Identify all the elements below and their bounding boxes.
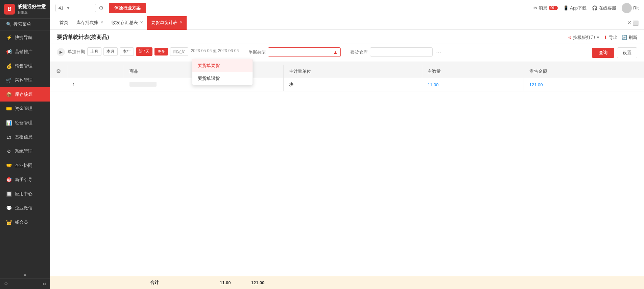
query-button[interactable]: 查询 [592, 48, 614, 58]
table-settings-icon[interactable]: ⚙ [56, 68, 61, 74]
sidebar-item-operations[interactable]: 📊 经营管理 [0, 116, 50, 130]
store-selector[interactable]: 41 ▼ [55, 4, 96, 12]
footer-label: 合计 [150, 280, 159, 286]
collapse-icon[interactable]: ⏮ [42, 281, 46, 286]
th-settings[interactable]: ⚙ [50, 65, 67, 78]
warehouse-filter-label: 要货仓库 [350, 49, 368, 55]
type-filter-group: 单据类型 ▲ [248, 47, 341, 57]
search-menu[interactable]: 🔍 搜索菜单 [0, 19, 50, 30]
date-last-month-btn[interactable]: 上月 [87, 47, 101, 56]
header-right: ✉ 消息 99+ 📱 App下载 🎧 在线客服 Rit [533, 3, 639, 13]
filter-bar: ▶ 单据日期 上月 本月 本年 近7天 更多 自定义 2023-05-06 至 … [50, 44, 644, 62]
tab-order-stats-close[interactable]: ✕ [180, 21, 183, 24]
page-actions: 🖨 按模板打印 ▼ ⬇ 导出 🔄 刷新 [567, 35, 637, 41]
enterprise-icon: 🤝 [5, 162, 12, 169]
th-index [67, 65, 124, 78]
tab-order-stats[interactable]: 要货单统计表 ✕ [147, 16, 187, 30]
sidebar-item-guide[interactable]: 🎯 新手引导 [0, 173, 50, 187]
sidebar-item-enterprise[interactable]: 🤝 企业协同 [0, 158, 50, 173]
sidebar-item-marketing[interactable]: 📢 营销推广 [0, 45, 50, 59]
date-custom-btn[interactable]: 自定义 [170, 47, 188, 56]
warehouse-filter-input[interactable] [370, 47, 433, 57]
settings-button[interactable]: 设置 [617, 47, 637, 58]
online-service-item[interactable]: 🎧 在线客服 [592, 5, 616, 11]
sidebar-item-quick-nav[interactable]: ⚡ 快捷导航 [0, 30, 50, 45]
sidebar-item-sales[interactable]: 💰 销售管理 [0, 59, 50, 73]
table-row: 1 块 11.00 121.00 [50, 78, 644, 91]
date-this-month-btn[interactable]: 本月 [103, 47, 118, 56]
sidebar-item-wechat[interactable]: 💬 企业微信 [0, 201, 50, 215]
sidebar-item-app-center[interactable]: 🔲 应用中心 [0, 187, 50, 201]
export-label: 导出 [609, 35, 618, 41]
headset-icon: 🎧 [592, 5, 597, 10]
app-download-label: App下载 [570, 5, 587, 11]
sidebar-scroll-down[interactable]: ▲ [0, 270, 50, 278]
top-header: 41 ▼ ⚙ 体验行业方案 ✉ 消息 99+ 📱 App下载 🎧 在线客服 Ri… [50, 0, 644, 16]
sidebar-item-basic-info[interactable]: 🗂 基础信息 [0, 130, 50, 144]
sidebar-bottom: ⚙ ⏮ [0, 278, 50, 289]
date-filter-label: 单据日期 [68, 49, 85, 55]
filter-actions: 查询 设置 [592, 47, 637, 58]
date-more-btn[interactable]: 更多 [154, 48, 168, 55]
export-btn[interactable]: ⬇ 导出 [604, 35, 618, 41]
refresh-icon: 🔄 [622, 35, 627, 40]
tab-inventory-batch-label: 库存批次账 [76, 20, 98, 26]
tab-receive-summary[interactable]: 收发存汇总表 ✕ [108, 16, 147, 30]
type-dropdown: 要货单要货 要货单退货 [192, 59, 253, 85]
tab-home[interactable]: 首页 [55, 16, 72, 30]
tab-inventory-batch[interactable]: 库存批次账 ✕ [72, 16, 108, 30]
page-title: 要货单统计表(按商品) [57, 34, 109, 41]
sidebar-item-purchase[interactable]: 🛒 采购管理 [0, 73, 50, 87]
store-settings-icon[interactable]: ⚙ [99, 5, 103, 11]
sidebar-item-inventory[interactable]: 📦 库存核算 [0, 87, 50, 102]
refresh-btn[interactable]: 🔄 刷新 [622, 35, 637, 41]
chevron-down-icon: ▼ [66, 5, 70, 10]
type-filter-input-wrapper: ▲ [268, 47, 341, 57]
settings-icon[interactable]: ⚙ [4, 281, 8, 286]
dropdown-item-order-return[interactable]: 要货单退货 [192, 72, 253, 85]
guide-icon: 🎯 [5, 176, 12, 183]
user-avatar [622, 3, 632, 13]
system-icon: ⚙ [5, 148, 12, 155]
filter-expand-btn[interactable]: ▶ [57, 48, 65, 56]
tab-receive-summary-label: 收发存汇总表 [112, 20, 138, 26]
date-this-year-btn[interactable]: 本年 [120, 47, 134, 56]
sidebar-item-finance[interactable]: 💳 资金管理 [0, 102, 50, 116]
sidebar-item-system[interactable]: ⚙ 系统管理 [0, 144, 50, 158]
app-download-item[interactable]: 📱 App下载 [563, 5, 587, 11]
date-last-7days-btn[interactable]: 近7天 [136, 47, 152, 56]
sidebar-item-label: 企业协同 [15, 162, 32, 169]
td-quantity[interactable]: 11.00 [422, 78, 524, 91]
trial-button[interactable]: 体验行业方案 [109, 3, 146, 13]
table-container: ⚙ 商品 主计量单位 主数量 零售金额 1 [50, 65, 644, 276]
sidebar-item-label: 应用中心 [15, 191, 32, 197]
logo-text: 畅捷通好生意 标准版 [18, 3, 46, 15]
app-subtitle: 标准版 [18, 10, 46, 15]
th-quantity: 主数量 [422, 65, 524, 78]
user-item[interactable]: Rit [622, 3, 639, 13]
tab-bar-close-icon[interactable]: ✕ [627, 20, 631, 26]
table-header-row: ⚙ 商品 主计量单位 主数量 零售金额 [50, 65, 644, 78]
sidebar-item-label: 畅会员 [15, 219, 28, 225]
tab-receive-summary-close[interactable]: ✕ [140, 21, 143, 24]
sidebar: B 畅捷通好生意 标准版 🔍 搜索菜单 ⚡ 快捷导航 📢 营销推广 💰 销售管理… [0, 0, 50, 289]
tab-home-label: 首页 [59, 20, 68, 26]
username: Rit [633, 5, 639, 10]
tab-bar-expand-icon[interactable]: ⬜ [633, 20, 639, 26]
notification-count: 99+ [549, 6, 558, 10]
wechat-icon: 💬 [5, 205, 12, 212]
type-dropdown-chevron-icon[interactable]: ▲ [330, 48, 340, 57]
template-print-label: 按模板打印 [573, 35, 595, 41]
sidebar-item-member[interactable]: 👑 畅会员 [0, 215, 50, 229]
type-filter-input[interactable] [268, 48, 330, 57]
sidebar-item-label: 资金管理 [15, 106, 32, 112]
tab-inventory-batch-close[interactable]: ✕ [100, 21, 103, 24]
td-amount[interactable]: 121.00 [524, 78, 644, 91]
notification-item[interactable]: ✉ 消息 99+ [533, 5, 558, 11]
inventory-icon: 📦 [5, 91, 12, 98]
template-print-btn[interactable]: 🖨 按模板打印 ▼ [567, 35, 600, 41]
dropdown-item-order-goods[interactable]: 要货单要货 [192, 59, 253, 72]
sidebar-item-label: 快捷导航 [15, 35, 32, 41]
app-title: 畅捷通好生意 [18, 3, 46, 10]
filter-more-icon[interactable]: ··· [435, 48, 443, 55]
